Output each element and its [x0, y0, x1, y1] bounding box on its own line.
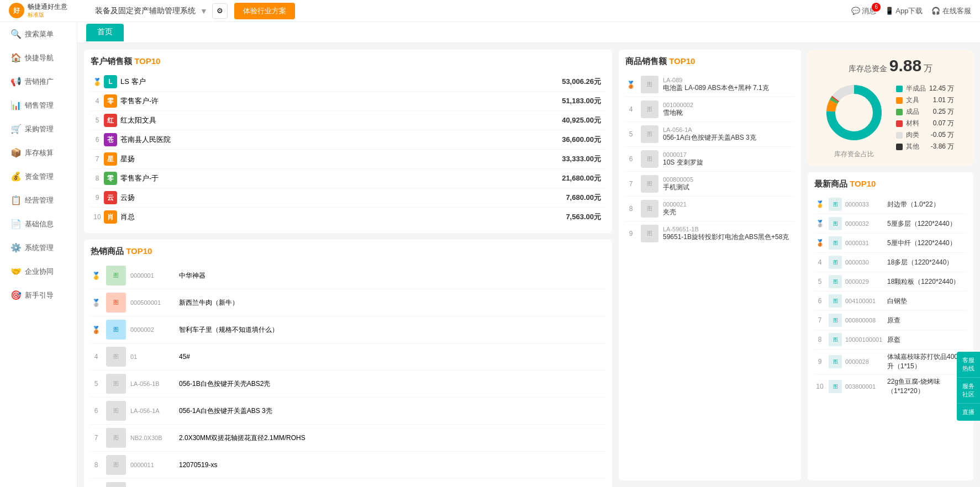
system-icon: ⚙️	[10, 242, 20, 253]
online-service-button[interactable]: 🎧 在线客服	[931, 6, 971, 16]
sidebar-finance-label: 资金管理	[25, 172, 54, 182]
hot-prod-row: 6 图 LA-056-1A 056-1A白色按键开关盖ABS 3壳	[91, 398, 605, 425]
product-code: 003800001	[845, 383, 884, 390]
customer-badge: 苍	[104, 133, 117, 146]
customer-rank-row: 5 红 红太阳文具 40,925.00元	[91, 111, 605, 130]
app-download-button[interactable]: 📱 App下载	[885, 6, 923, 16]
medal-icon: 🥇	[91, 78, 104, 86]
gear-button[interactable]: ⚙	[212, 3, 228, 19]
dropdown-arrow-icon[interactable]: ▼	[200, 7, 208, 15]
customer-service-button[interactable]: 客服热线	[957, 352, 980, 378]
product-rank-row: 5 图 LA-056-1A 056-1A白色按键开关盖ABS 3克	[625, 122, 794, 147]
product-code: 000800008	[845, 317, 884, 324]
customer-name: 肖总	[120, 212, 566, 222]
mid-panel: 商品销售额 TOP10 🥉 图 LA-089 电池盖 LA-089 ABS本色+…	[619, 50, 801, 480]
legend-label: 成品	[906, 107, 919, 117]
rank-num: 8	[814, 336, 825, 343]
sidebar-item-system[interactable]: ⚙️ 系统管理	[0, 236, 77, 260]
rank-num: 4	[625, 105, 636, 113]
hot-products-card: 热销商品 TOP10 🥇 图 0000001 中华神器 🥈 图 0005000	[84, 240, 612, 487]
community-button[interactable]: 服务社区	[957, 378, 980, 404]
legend-label: 肉类	[906, 130, 919, 140]
newest-products-card: 最新商品 TOP10 🥇 图 0000033 封边带（1.0*22） 🥈 图	[808, 172, 973, 480]
product-rank-row: 8 图 0000021 夹壳	[625, 197, 794, 221]
live-button[interactable]: 直播	[957, 404, 980, 421]
product-code: 0000002	[130, 326, 175, 333]
customer-name: 红太阳文具	[120, 115, 562, 125]
product-info: LA-056-1A 056-1A白色按键开关盖ABS 3克	[663, 126, 794, 142]
sidebar-quicknav-label: 快捷导航	[25, 53, 54, 63]
content-area: 首页 客户销售额 TOP10 🥇 L LS 客户	[77, 22, 980, 487]
rank-num: 7	[91, 434, 102, 442]
product-thumbnail: 图	[829, 314, 842, 327]
sidebar-basic-label: 基础信息	[25, 219, 54, 229]
product-code: LA-056-1A	[663, 126, 794, 133]
rank-num: 9	[814, 358, 825, 366]
product-thumbnail: 图	[829, 198, 842, 211]
product-name: 雪地靴	[663, 108, 794, 118]
product-sales-list: 🥉 图 LA-089 电池盖 LA-089 ABS本色+黑种 7.1克 4 图	[625, 72, 794, 246]
product-code: 000500001	[130, 299, 175, 306]
legend-item: 文具 1.01 万	[896, 96, 954, 105]
product-name: 59651-1B旋转投影灯电池盒ABS黑色+58克	[663, 232, 794, 242]
notification-button[interactable]: 💬 消息 6	[851, 6, 877, 16]
rank-num: 8	[91, 174, 104, 182]
product-code: 0000033	[845, 201, 884, 208]
customer-rank-row: 🥇 L LS 客户 53,006.26元	[91, 72, 605, 92]
sales-icon: 📊	[10, 100, 20, 110]
product-rank-row: 4 图 001000002 雪地靴	[625, 97, 794, 122]
product-info: 0000017 10S 变刺罗旋	[663, 151, 794, 167]
right-panel: 库存总资金 9.88 万	[808, 50, 973, 480]
product-name: 22g鱼豆腐-烧烤味（1*12*20）	[887, 377, 967, 396]
customer-amount: 36,600.00元	[562, 135, 605, 145]
sidebar-item-quicknav[interactable]: 🏠 快捷导航	[0, 46, 77, 70]
sidebar-item-collab[interactable]: 🤝 企业协同	[0, 260, 77, 283]
trial-button[interactable]: 体验行业方案	[234, 3, 295, 19]
sidebar-item-marketing[interactable]: 📢 营销推广	[0, 70, 77, 93]
product-thumbnail: 图	[106, 320, 126, 340]
product-thumbnail: 图	[641, 125, 658, 143]
sidebar-sales-label: 销售管理	[25, 100, 54, 110]
sidebar-item-operations[interactable]: 📋 经营管理	[0, 188, 77, 212]
purchase-icon: 🛒	[10, 124, 20, 134]
newest-prod-row: 10 图 003800001 22g鱼豆腐-烧烤味（1*12*20）	[814, 374, 967, 399]
product-name: 中华神器	[179, 271, 605, 280]
sidebar-item-purchase[interactable]: 🛒 采购管理	[0, 117, 77, 141]
tab-home[interactable]: 首页	[86, 24, 124, 41]
system-name: 装备及固定资产辅助管理系统	[95, 6, 196, 16]
sidebar-item-search[interactable]: 🔍 搜索菜单	[0, 22, 77, 46]
product-info: LA-089 电池盖 LA-089 ABS本色+黑种 7.1克	[663, 77, 794, 93]
sidebar-item-guide[interactable]: 🎯 新手引导	[0, 283, 77, 307]
product-code: LA-59651-1B	[663, 226, 794, 232]
sidebar-guide-label: 新手引导	[25, 290, 54, 300]
rank-num: 10	[91, 213, 104, 221]
collab-icon: 🤝	[10, 266, 20, 277]
product-code: 0000031	[845, 240, 884, 246]
left-panel: 客户销售额 TOP10 🥇 L LS 客户 53,006.26元 4	[84, 50, 612, 480]
sidebar-item-inventory[interactable]: 📦 库存核算	[0, 141, 77, 165]
inventory-total: 库存总资金 9.88 万	[816, 56, 965, 75]
rank-num: 5	[814, 278, 825, 285]
product-thumbnail: 图	[829, 275, 842, 288]
customer-amount: 51,183.00元	[562, 96, 605, 106]
product-name: 056-1A白色按键开关盖ABS 3克	[663, 133, 794, 142]
logo-icon: 好	[9, 3, 24, 18]
notification-badge: 6	[872, 3, 881, 12]
product-thumbnail: 图	[106, 293, 126, 313]
newest-prod-row: 6 图 004100001 白钢垫	[814, 292, 967, 311]
newest-products-title: 最新商品 TOP10	[814, 179, 967, 189]
tab-bar: 首页	[77, 22, 980, 43]
rank-num: 8	[91, 461, 102, 469]
legend-item: 半成品 12.45 万	[896, 84, 954, 93]
sidebar-item-finance[interactable]: 💰 资金管理	[0, 165, 77, 188]
product-info: 001000002 雪地靴	[663, 102, 794, 118]
product-code: 10000100001	[845, 336, 884, 343]
sidebar-item-sales[interactable]: 📊 销售管理	[0, 93, 77, 117]
rank-num: 6	[814, 297, 825, 305]
customer-badge: 星	[104, 152, 117, 166]
sidebar-item-basic[interactable]: 📄 基础信息	[0, 212, 77, 236]
legend-color	[896, 97, 903, 104]
medal-icon: 🥈	[91, 299, 102, 307]
product-info: 0000021 夹壳	[663, 201, 794, 217]
rank-num: 5	[91, 117, 104, 124]
